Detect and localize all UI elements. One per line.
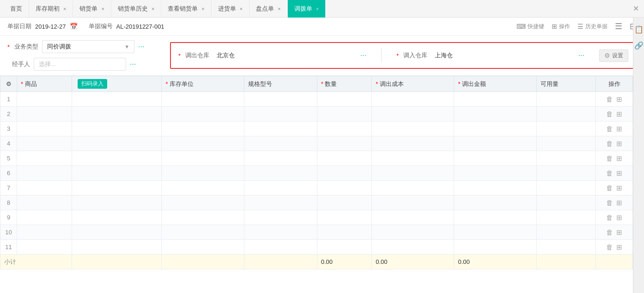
row-amount-6[interactable] bbox=[454, 166, 536, 181]
row-spec-9[interactable] bbox=[244, 210, 317, 225]
row-qty-2[interactable] bbox=[317, 107, 372, 122]
tab-inventory-init[interactable]: 库存期初 × bbox=[29, 0, 73, 18]
copy-icon-4[interactable]: ⊞ bbox=[616, 140, 622, 147]
delete-icon-1[interactable]: 🗑 bbox=[606, 95, 613, 103]
out-warehouse-value[interactable]: 北京仓 bbox=[217, 51, 235, 60]
delete-icon-11[interactable]: 🗑 bbox=[606, 243, 613, 251]
row-cost-3[interactable] bbox=[372, 122, 454, 136]
tab-transfer[interactable]: 调拨单 × bbox=[288, 0, 326, 18]
row-cost-10[interactable] bbox=[372, 225, 454, 240]
row-spec-5[interactable] bbox=[244, 151, 317, 166]
row-amount-10[interactable] bbox=[454, 225, 536, 240]
sidebar-link-icon[interactable]: 🔗 bbox=[634, 41, 644, 50]
row-amount-3[interactable] bbox=[454, 122, 536, 136]
biz-type-more-button[interactable]: ··· bbox=[138, 43, 144, 51]
row-goods-1[interactable] bbox=[17, 92, 72, 107]
history-button[interactable]: ☰ 历史单据 bbox=[577, 23, 608, 31]
row-amount-2[interactable] bbox=[454, 107, 536, 122]
tab-transfer-close[interactable]: × bbox=[316, 6, 319, 12]
row-cost-1[interactable] bbox=[372, 92, 454, 107]
out-warehouse-more-button[interactable]: ··· bbox=[360, 51, 366, 60]
row-amount-7[interactable] bbox=[454, 181, 536, 195]
window-close-button[interactable]: ✕ bbox=[631, 4, 640, 13]
delete-icon-10[interactable]: 🗑 bbox=[606, 228, 613, 236]
row-goods-7[interactable] bbox=[17, 181, 72, 195]
row-cost-9[interactable] bbox=[372, 210, 454, 225]
delete-icon-6[interactable]: 🗑 bbox=[606, 169, 613, 177]
copy-icon-2[interactable]: ⊞ bbox=[616, 110, 622, 118]
tab-sales-history-close[interactable]: × bbox=[152, 6, 154, 12]
tab-stocktake-close[interactable]: × bbox=[278, 6, 280, 12]
row-unit-11[interactable] bbox=[162, 240, 244, 255]
view-toggle-list[interactable]: ☰ bbox=[615, 21, 622, 31]
tab-view-sales[interactable]: 查看销货单 × bbox=[161, 0, 211, 18]
row-unit-9[interactable] bbox=[162, 210, 244, 225]
row-amount-1[interactable] bbox=[454, 92, 536, 107]
delete-icon-8[interactable]: 🗑 bbox=[606, 199, 613, 207]
tab-view-sales-close[interactable]: × bbox=[201, 6, 204, 12]
biz-type-select[interactable]: 同价调拨 ▼ bbox=[42, 40, 134, 53]
tab-home[interactable]: 首页 bbox=[4, 0, 29, 18]
delete-icon-2[interactable]: 🗑 bbox=[606, 110, 613, 118]
row-goods-6[interactable] bbox=[17, 166, 72, 181]
tab-purchase[interactable]: 进货单 × bbox=[212, 0, 249, 18]
row-qty-4[interactable] bbox=[317, 136, 372, 151]
row-spec-1[interactable] bbox=[244, 92, 317, 107]
row-cost-8[interactable] bbox=[372, 195, 454, 210]
tab-sales-order[interactable]: 销货单 × bbox=[73, 0, 111, 18]
row-amount-11[interactable] bbox=[454, 240, 536, 255]
row-qty-6[interactable] bbox=[317, 166, 372, 181]
in-warehouse-value[interactable]: 上海仓 bbox=[435, 51, 453, 60]
copy-icon-1[interactable]: ⊞ bbox=[616, 95, 622, 103]
row-unit-2[interactable] bbox=[162, 107, 244, 122]
row-goods-3[interactable] bbox=[17, 122, 72, 136]
calendar-icon[interactable]: 📅 bbox=[70, 23, 78, 30]
col-gear[interactable]: ⚙ bbox=[0, 76, 17, 92]
row-goods-10[interactable] bbox=[17, 225, 72, 240]
row-qty-11[interactable] bbox=[317, 240, 372, 255]
row-qty-10[interactable] bbox=[317, 225, 372, 240]
shortcuts-button[interactable]: ⌨ 快捷键 bbox=[516, 23, 544, 31]
row-cost-4[interactable] bbox=[372, 136, 454, 151]
row-unit-5[interactable] bbox=[162, 151, 244, 166]
row-cost-6[interactable] bbox=[372, 166, 454, 181]
tab-inventory-init-close[interactable]: × bbox=[63, 6, 66, 12]
row-qty-8[interactable] bbox=[317, 195, 372, 210]
delete-icon-9[interactable]: 🗑 bbox=[606, 214, 613, 221]
row-goods-4[interactable] bbox=[17, 136, 72, 151]
row-qty-3[interactable] bbox=[317, 122, 372, 136]
row-amount-5[interactable] bbox=[454, 151, 536, 166]
copy-icon-11[interactable]: ⊞ bbox=[616, 243, 622, 251]
tab-sales-order-close[interactable]: × bbox=[101, 6, 104, 12]
row-qty-9[interactable] bbox=[317, 210, 372, 225]
row-goods-8[interactable] bbox=[17, 195, 72, 210]
row-amount-9[interactable] bbox=[454, 210, 536, 225]
row-unit-7[interactable] bbox=[162, 181, 244, 195]
sidebar-document-icon[interactable]: 📋 bbox=[634, 25, 644, 34]
row-spec-4[interactable] bbox=[244, 136, 317, 151]
row-goods-5[interactable] bbox=[17, 151, 72, 166]
tab-purchase-close[interactable]: × bbox=[240, 6, 243, 12]
handler-more-button[interactable]: ··· bbox=[130, 60, 136, 68]
row-goods-2[interactable] bbox=[17, 107, 72, 122]
tab-sales-history[interactable]: 销货单历史 × bbox=[111, 0, 161, 18]
row-cost-5[interactable] bbox=[372, 151, 454, 166]
row-unit-6[interactable] bbox=[162, 166, 244, 181]
row-unit-4[interactable] bbox=[162, 136, 244, 151]
delete-icon-5[interactable]: 🗑 bbox=[606, 154, 613, 162]
operations-button[interactable]: ⊞ 操作 bbox=[552, 23, 570, 31]
row-unit-1[interactable] bbox=[162, 92, 244, 107]
row-spec-11[interactable] bbox=[244, 240, 317, 255]
row-amount-8[interactable] bbox=[454, 195, 536, 210]
scan-button[interactable]: 扫码录入 bbox=[78, 79, 107, 89]
row-qty-5[interactable] bbox=[317, 151, 372, 166]
tab-stocktake[interactable]: 盘点单 × bbox=[249, 0, 287, 18]
copy-icon-6[interactable]: ⊞ bbox=[616, 169, 622, 177]
row-unit-8[interactable] bbox=[162, 195, 244, 210]
row-cost-7[interactable] bbox=[372, 181, 454, 195]
row-unit-3[interactable] bbox=[162, 122, 244, 136]
row-spec-7[interactable] bbox=[244, 181, 317, 195]
copy-icon-5[interactable]: ⊞ bbox=[616, 154, 622, 162]
row-spec-3[interactable] bbox=[244, 122, 317, 136]
copy-icon-7[interactable]: ⊞ bbox=[616, 184, 622, 192]
